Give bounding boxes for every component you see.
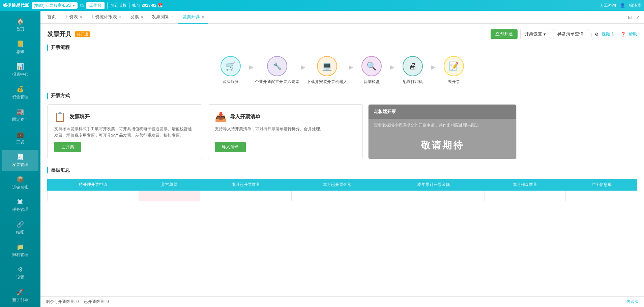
sidebar-item-label: 设置 [16, 275, 24, 280]
summary-td-1: -- [139, 191, 200, 201]
flow-step-taxpad[interactable]: 🔍 新增税盘 [355, 56, 388, 85]
funds-icon: 💰 [17, 85, 24, 93]
settings-icon: ⚙ [18, 266, 23, 273]
sidebar-item-home[interactable]: 🏠 首页 [2, 14, 38, 35]
boss-card-body: 敬请期待 [369, 132, 516, 159]
tab-payroll-report-label: 工资统计报表 [91, 14, 117, 20]
summary-td-6: -- [566, 191, 637, 201]
help-button[interactable]: 帮助 [628, 31, 637, 37]
tab-invoice-close[interactable]: × [141, 15, 143, 19]
method-section-title: 开票方式 [47, 93, 637, 99]
taxpad-icon: 🔍 [361, 56, 382, 76]
sidebar-item-assets[interactable]: 🏭 固定资产 [2, 105, 38, 126]
sidebar-item-invoice[interactable]: 🧾 发票管理 [2, 150, 38, 171]
fill-card-btn[interactable]: 去开票 [54, 142, 81, 152]
sidebar-item-settlement[interactable]: 🔗 结账 [2, 217, 38, 239]
tab-payroll-label: 工资表 [65, 14, 78, 20]
tab-invoice-issue-close[interactable]: × [202, 15, 204, 19]
settlement-icon: 🔗 [17, 221, 24, 228]
top-bar: 畅捷通易代账 (勉励) 江西服室-LSS ▼ ⧉ 工作台 切到旧版 账期 202… [0, 0, 644, 11]
summary-th-2: 本月已开票数量 [200, 179, 291, 191]
summary-section: 票据汇总 待处理开票申请 异常单票 本月已开票数量 本月已开票金额 本年累计开票… [47, 167, 637, 201]
config-icon: 🔧 [267, 56, 287, 76]
import-card-icon: 📥 [215, 111, 227, 122]
sidebar-item-label: 总账 [16, 49, 24, 55]
sidebar-item-ledger[interactable]: 📒 总账 [2, 37, 38, 58]
sidebar-item-label: 固定资产 [12, 117, 28, 122]
sidebar-item-salary[interactable]: 💼 工资 [2, 127, 38, 148]
tab-invoice-calc[interactable]: 发票测算 × [148, 11, 177, 24]
tab-payroll[interactable]: 工资表 × [61, 11, 86, 24]
chevron-down-icon: ▼ [72, 4, 76, 7]
sidebar-item-guide[interactable]: 🚀 新手引导 [2, 285, 38, 306]
fullscreen-button[interactable]: ⤢ [635, 14, 641, 21]
flow-step-download[interactable]: 💻 下载并安装开票机器人 [307, 56, 347, 85]
switch-old-button[interactable]: 切到旧版 [107, 2, 129, 9]
buy-link[interactable]: 去购买 [626, 299, 639, 305]
calendar-icon[interactable]: 📅 [158, 3, 163, 8]
sidebar-item-label: 税务管理 [12, 207, 28, 213]
issue-icon: 📝 [444, 56, 464, 76]
import-card-btn[interactable]: 导入清单 [215, 142, 246, 152]
open-settings-button[interactable]: 开票设置 ▾ [520, 29, 550, 39]
sidebar-item-settings[interactable]: ⚙ 设置 [2, 262, 38, 284]
tab-home[interactable]: 首页 [43, 11, 60, 24]
summary-td-2: -- [200, 191, 291, 201]
tab-payroll-report[interactable]: 工资统计报表 × [87, 11, 125, 24]
flow-step-issue[interactable]: 📝 去开票 [437, 56, 471, 85]
tab-payroll-close[interactable]: × [80, 15, 82, 19]
salary-icon: 💼 [17, 131, 24, 138]
tab-payroll-report-close[interactable]: × [119, 15, 121, 19]
flow-step-buy[interactable]: 🛒 购买服务 [214, 56, 247, 85]
content-area: 首页 工资表 × 工资统计报表 × 发票 × 发票测算 × 发票开具 × [40, 11, 644, 307]
bottom-bar: 剩余可开通数量: 0 已开通数量: 0 去购买 [40, 296, 644, 307]
immediate-open-button[interactable]: 立即开通 [491, 29, 518, 39]
boss-card: 老板端开票 查看老板端小程序提交的开票申请，并作出相应处理与跟进 敬请期待 [368, 104, 517, 159]
tab-invoice-issue[interactable]: 发票开具 × [178, 11, 208, 24]
work-station-button[interactable]: 工作台 [86, 2, 105, 9]
view-count-button[interactable]: 视频 1 [602, 31, 614, 37]
fill-card-header: 📋 发票填开 [54, 111, 195, 122]
tab-invoice[interactable]: 发票 × [126, 11, 147, 24]
sidebar-item-archive[interactable]: 📁 归档管理 [2, 240, 38, 261]
flow-step-printer[interactable]: 🖨 配置打印机 [396, 56, 430, 85]
chevron-down-icon: ▾ [544, 32, 546, 37]
ledger-icon: 📒 [17, 40, 24, 48]
divider: | [591, 32, 592, 37]
abnormal-query-button[interactable]: 异常清单查询 [553, 29, 588, 39]
sidebar-item-tax[interactable]: 🏛 税务管理 [2, 195, 38, 216]
method-cards: 📋 发票填开 支持按照发票样式手工填写开发票；可开具增值税电子普通发票、增值税普… [47, 104, 637, 159]
help-icon: ❓ [620, 32, 626, 37]
tab-invoice-issue-label: 发票开具 [182, 14, 200, 20]
user-avatar-icon: 👤 [620, 3, 625, 8]
sidebar-item-reports[interactable]: 📊 报表中心 [2, 59, 38, 81]
page-title: 发票开具 [47, 30, 71, 38]
tax-icon: 🏛 [17, 198, 23, 205]
sidebar-item-funds[interactable]: 💰 资金管理 [2, 82, 38, 103]
issue-label: 去开票 [448, 79, 460, 85]
summary-th-3: 本月已开票金额 [291, 179, 383, 191]
sidebar-item-purchase[interactable]: 📦 进销台账 [2, 172, 38, 194]
status-badge: 待开通 [75, 31, 90, 37]
summary-td-4: -- [383, 191, 485, 201]
main-layout: 🏠 首页 📒 总账 📊 报表中心 💰 资金管理 🏭 固定资产 💼 工资 🧾 发票… [0, 11, 644, 307]
purchase-icon: 📦 [17, 176, 24, 183]
page-header-actions: 立即开通 开票设置 ▾ 异常清单查询 | ⚙ 视频 1 | ❓ 帮助 [491, 29, 637, 39]
user-name: 徐泽华 [629, 3, 641, 8]
tab-bar: 首页 工资表 × 工资统计报表 × 发票 × 发票测算 × 发票开具 × [40, 11, 644, 24]
tab-invoice-calc-close[interactable]: × [171, 15, 173, 19]
restore-button[interactable]: ⊡ [626, 14, 633, 21]
period-value: 2023-02 [142, 3, 156, 8]
copy-icon[interactable]: ⧉ [80, 3, 84, 8]
open-settings-label: 开票设置 [525, 31, 542, 37]
sidebar: 🏠 首页 📒 总账 📊 报表中心 💰 资金管理 🏭 固定资产 💼 工资 🧾 发票… [0, 11, 40, 307]
support-button[interactable]: 人工咨询 [600, 3, 616, 8]
buy-service-icon: 🛒 [221, 56, 241, 76]
period-label: 账期 [132, 3, 140, 8]
home-icon: 🏠 [17, 18, 24, 25]
flow-step-config[interactable]: 🔧 企业开通配置开票六要素 [255, 56, 299, 85]
summary-title: 票据汇总 [47, 167, 637, 173]
fill-card-desc: 支持按照发票样式手工填写开发票；可开具增值税电子普通发票、增值税普通发票、增值税… [54, 126, 195, 139]
import-card-title: 导入开票清单 [230, 114, 260, 120]
company-selector[interactable]: (勉励) 江西服室-LSS ▼ [32, 2, 78, 9]
